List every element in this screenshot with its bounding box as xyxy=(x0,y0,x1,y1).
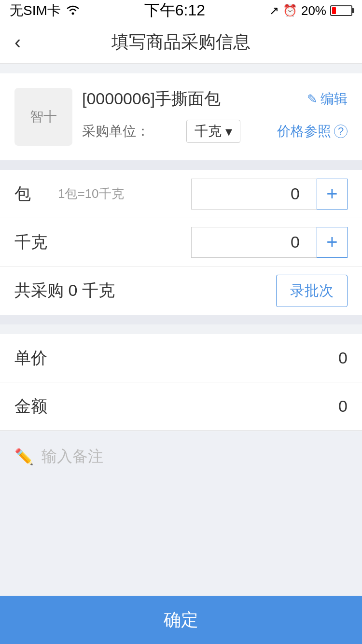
divider-1 xyxy=(0,160,362,170)
remark-placeholder: 输入备注 xyxy=(42,446,103,467)
purchase-unit-label: 采购单位： xyxy=(82,122,150,140)
svg-point-0 xyxy=(71,13,74,15)
price-ref-button[interactable]: 价格参照 ? xyxy=(277,122,348,140)
bag-input-group: + xyxy=(191,179,348,210)
divider-2 xyxy=(0,315,362,324)
status-bar-right: ↗ ⏰ 20% xyxy=(269,3,352,18)
product-card: 智十 [0000006]手撕面包 ✎ 编辑 采购单位： 千克 ▾ 价格参照 ? xyxy=(0,73,362,160)
input-section: 包 1包=10千克 + 千克 + xyxy=(0,170,362,266)
carrier-label: 无SIM卡 xyxy=(10,1,61,20)
bag-input-row: 包 1包=10千克 + xyxy=(0,170,362,218)
confirm-button[interactable]: 确定 xyxy=(0,596,362,644)
unit-price-row: 单价 0 xyxy=(0,334,362,382)
kg-input[interactable] xyxy=(191,227,317,258)
unit-select[interactable]: 千克 ▾ xyxy=(186,120,240,143)
chevron-down-icon: ▾ xyxy=(225,124,232,140)
status-bar: 无SIM卡 下午6:12 ↗ ⏰ 20% xyxy=(0,0,362,21)
battery-icon xyxy=(330,5,352,16)
kg-label: 千克 xyxy=(14,231,53,253)
product-name: [0000006]手撕面包 xyxy=(82,88,221,110)
summary-text: 共采购 0 千克 xyxy=(14,280,115,302)
pencil-icon: ✏️ xyxy=(14,448,34,466)
batch-button[interactable]: 录批次 xyxy=(276,275,348,307)
status-bar-time: 下午6:12 xyxy=(144,0,205,21)
product-info: [0000006]手撕面包 ✎ 编辑 采购单位： 千克 ▾ 价格参照 ? xyxy=(82,88,348,143)
amount-label: 金额 xyxy=(14,395,47,418)
bag-plus-button[interactable]: + xyxy=(317,179,348,210)
purchase-unit-row: 采购单位： 千克 ▾ 价格参照 ? xyxy=(82,120,348,143)
info-section: 单价 0 金额 0 xyxy=(0,334,362,431)
unit-price-label: 单价 xyxy=(14,347,47,369)
product-image-text: 智十 xyxy=(30,108,57,126)
edit-button[interactable]: ✎ 编辑 xyxy=(307,90,348,108)
wifi-icon xyxy=(66,3,80,18)
edit-icon: ✎ xyxy=(307,92,318,107)
bag-sublabel: 1包=10千克 xyxy=(58,185,124,202)
unit-value: 千克 xyxy=(195,122,222,140)
location-icon: ↗ xyxy=(269,4,279,17)
kg-input-row: 千克 + xyxy=(0,218,362,266)
kg-plus-button[interactable]: + xyxy=(317,227,348,258)
kg-input-group: + xyxy=(191,227,348,258)
bag-label: 包 xyxy=(14,183,53,205)
bag-input[interactable] xyxy=(191,179,317,210)
alarm-icon: ⏰ xyxy=(283,4,297,17)
product-image: 智十 xyxy=(14,88,72,146)
question-icon: ? xyxy=(334,125,348,138)
remark-section[interactable]: ✏️ 输入备注 xyxy=(0,432,362,482)
battery-percent: 20% xyxy=(301,3,326,18)
nav-bar: ‹ 填写商品采购信息 xyxy=(0,21,362,64)
back-button[interactable]: ‹ xyxy=(14,31,21,53)
summary-row: 共采购 0 千克 录批次 xyxy=(0,266,362,315)
page-title: 填写商品采购信息 xyxy=(111,30,251,54)
unit-price-value: 0 xyxy=(338,349,348,367)
status-bar-left: 无SIM卡 xyxy=(10,1,80,20)
product-header: [0000006]手撕面包 ✎ 编辑 xyxy=(82,88,348,110)
price-ref-label: 价格参照 xyxy=(277,122,331,140)
amount-row: 金额 0 xyxy=(0,382,362,431)
amount-value: 0 xyxy=(338,397,348,416)
